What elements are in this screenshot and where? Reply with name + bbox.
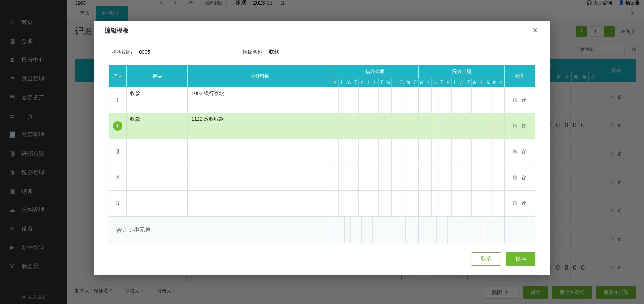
row-index: 1: [109, 87, 127, 113]
unit-header: 千: [352, 78, 359, 87]
unit-header: 百: [359, 78, 365, 87]
delete-icon[interactable]: 🗑: [521, 97, 527, 103]
delete-icon[interactable]: 🗑: [521, 200, 527, 206]
modal-footer: 取消 保存: [109, 243, 535, 266]
table-row[interactable]: 5⎘🗑: [109, 191, 535, 217]
unit-header: 十: [478, 78, 485, 87]
th-debit: 借方金额: [332, 65, 418, 78]
total-ops: [505, 217, 535, 243]
table-row[interactable]: 3⎘🗑: [109, 139, 535, 165]
unit-header: 元: [485, 78, 491, 87]
copy-icon[interactable]: ⎘: [513, 149, 517, 155]
table-row[interactable]: 1收款1002 银行存款⎘🗑: [109, 87, 535, 113]
row-index: 3: [109, 139, 127, 165]
credit-cell[interactable]: [418, 191, 505, 217]
unit-header: 百: [332, 78, 338, 87]
template-code-label: 模板编码: [109, 49, 132, 55]
table-row[interactable]: +收款1122 应收账款⎘🗑: [109, 113, 535, 139]
unit-header: 千: [378, 78, 385, 87]
modal-header: 编辑模板 ✕: [94, 21, 550, 40]
unit-header: 千: [465, 78, 472, 87]
table-row[interactable]: 4⎘🗑: [109, 165, 535, 191]
ops-cell: ⎘🗑: [505, 165, 535, 191]
debit-cell[interactable]: [332, 139, 418, 165]
unit-header: 亿: [432, 78, 438, 87]
unit-header: 角: [491, 78, 498, 87]
unit-header: 十: [451, 78, 458, 87]
debit-cell[interactable]: [332, 113, 418, 139]
debit-cell[interactable]: [332, 165, 418, 191]
unit-header: 百: [445, 78, 451, 87]
modal-title: 编辑模板: [105, 26, 129, 35]
edit-template-modal: 编辑模板 ✕ 模板编码 模板名称 序号 摘要 会计科目 借方金额 贷方金额: [94, 21, 550, 275]
unit-header: 十: [392, 78, 398, 87]
th-credit: 贷方金额: [418, 65, 505, 78]
unit-header: 分: [498, 78, 505, 87]
total-credit: [418, 217, 505, 243]
row-index: +: [109, 113, 127, 139]
subject-cell[interactable]: 1002 银行存款: [188, 87, 332, 113]
subject-cell[interactable]: [188, 191, 332, 217]
unit-header: 元: [398, 78, 405, 87]
cancel-button[interactable]: 取消: [471, 252, 501, 266]
ops-cell: ⎘🗑: [505, 113, 535, 139]
debit-cell[interactable]: [332, 87, 418, 113]
summary-cell[interactable]: 收款: [126, 87, 187, 113]
unit-header: 万: [458, 78, 465, 87]
th-idx: 序号: [109, 65, 127, 87]
modal-body: 模板编码 模板名称 序号 摘要 会计科目 借方金额 贷方金额 操作 百十亿千百十…: [94, 40, 550, 275]
copy-icon[interactable]: ⎘: [513, 175, 517, 181]
unit-header: 十: [338, 78, 345, 87]
template-name-input[interactable]: [268, 47, 335, 57]
ops-cell: ⎘🗑: [505, 139, 535, 165]
delete-icon[interactable]: 🗑: [521, 149, 527, 155]
subject-cell[interactable]: [188, 165, 332, 191]
unit-header: 百: [472, 78, 478, 87]
template-table: 序号 摘要 会计科目 借方金额 贷方金额 操作 百十亿千百十万千百十元角分百十亿…: [109, 65, 535, 243]
copy-icon[interactable]: ⎘: [513, 200, 517, 206]
credit-cell[interactable]: [418, 165, 505, 191]
delete-icon[interactable]: 🗑: [521, 123, 527, 129]
ops-cell: ⎘🗑: [505, 87, 535, 113]
unit-header: 十: [365, 78, 372, 87]
debit-cell[interactable]: [332, 191, 418, 217]
th-subject: 会计科目: [188, 65, 332, 87]
unit-header: 千: [438, 78, 445, 87]
summary-cell[interactable]: [126, 191, 187, 217]
unit-header: 亿: [345, 78, 352, 87]
summary-cell[interactable]: [126, 139, 187, 165]
form-row: 模板编码 模板名称: [109, 47, 535, 57]
unit-header: 分: [412, 78, 418, 87]
copy-icon[interactable]: ⎘: [513, 123, 517, 129]
credit-cell[interactable]: [418, 87, 505, 113]
subject-cell[interactable]: 1122 应收账款: [188, 113, 332, 139]
th-ops: 操作: [505, 65, 535, 87]
unit-header: 百: [385, 78, 392, 87]
unit-header: 十: [425, 78, 432, 87]
total-debit: [332, 217, 418, 243]
delete-icon[interactable]: 🗑: [521, 175, 527, 181]
th-summary: 摘要: [126, 65, 187, 87]
save-button[interactable]: 保存: [506, 252, 535, 266]
total-label: 合计：零元整: [109, 217, 332, 243]
modal-close-button[interactable]: ✕: [531, 26, 539, 35]
unit-header: 万: [372, 78, 378, 87]
credit-cell[interactable]: [418, 113, 505, 139]
row-index: 4: [109, 165, 127, 191]
summary-cell[interactable]: 收款: [126, 113, 187, 139]
credit-cell[interactable]: [418, 139, 505, 165]
copy-icon[interactable]: ⎘: [513, 97, 517, 103]
template-name-label: 模板名称: [239, 49, 262, 55]
subject-cell[interactable]: [188, 139, 332, 165]
add-row-button[interactable]: +: [113, 121, 122, 131]
unit-header: 百: [418, 78, 425, 87]
summary-cell[interactable]: [126, 165, 187, 191]
row-index: 5: [109, 191, 127, 217]
ops-cell: ⎘🗑: [505, 191, 535, 217]
template-code-input[interactable]: [138, 47, 205, 57]
unit-header: 角: [405, 78, 412, 87]
